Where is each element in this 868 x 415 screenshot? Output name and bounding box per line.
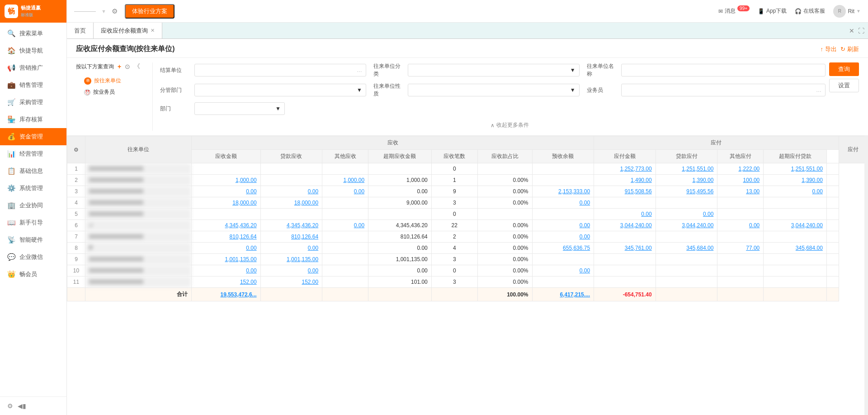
table-row: 8P0.000.000.0040.00%655,636.75345,761.00… [67,243,868,254]
tabbar-controls: ✕ ⛶ [845,23,868,38]
sidebar-item-corp[interactable]: 🏢 企业协同 [0,197,66,214]
page-container: 应收应付余额查询(按往来单位) ↑ 导出 ↻ 刷新 按以下方案查询 [67,39,868,415]
col-ar-ratio: 应收款占比 [477,150,532,163]
col-ar-other: 其他应收 [322,150,368,163]
scheme-by-staff[interactable]: ⏰ 按业务员 [80,86,148,98]
header-gear-icon[interactable]: ⚙ [112,7,118,15]
scheme-unit-icon: 单 [84,77,91,85]
tab-close-all-icon[interactable]: ✕ [849,27,854,34]
footer-ap-amount: -654,751.40 [594,288,656,301]
col-ap-other: 其他应付 [717,150,764,163]
col-ar-loan: 贷款应收 [260,150,322,163]
salesperson-input[interactable]: … [621,84,826,96]
col-settings-icon[interactable]: ⚙ [67,136,85,163]
basic-icon: 📋 [7,167,16,175]
scrollbar[interactable] [864,136,868,415]
table-row: 5XXXXXXXXXXXXXXX00.000.00 [67,209,868,220]
settle-unit-input[interactable]: … [194,64,366,76]
sidebar-item-purchase[interactable]: 🛒 采购管理 [0,94,66,111]
filter-add-button[interactable]: + [118,63,121,70]
row-unit: XXXXXXXXXXXXXXX [85,209,192,220]
salesperson-dots: … [816,87,821,93]
guide-icon: 📖 [7,219,16,227]
row-no: 11 [67,277,85,288]
user-info[interactable]: R Rit ▼ [833,5,861,18]
sidebar-logo: 畅 畅捷通赢 标准版 [0,0,66,23]
filter-config-button[interactable]: ⊙ [125,63,130,70]
tab-close-icon[interactable]: ✕ [151,28,155,33]
sidebar-item-wechat[interactable]: 💬 企业微信 [0,248,66,266]
app-download-button[interactable]: 📱 App下载 [758,7,787,15]
col-ap-overdue: 超期应付贷款 [764,150,827,163]
export-button[interactable]: ↑ 导出 [821,45,837,53]
scheme-by-unit[interactable]: 单 按往来单位 [80,75,148,86]
footer-ap-col16 [826,288,839,301]
footer-settings-btn[interactable]: ⚙ [7,402,13,410]
message-button[interactable]: ✉ 消息 99+ [718,7,750,15]
dept-dropdown[interactable]: ▼ [194,102,285,115]
filter-collapse-button[interactable]: 《 [134,62,140,71]
header-dropdown[interactable]: ▼ [101,9,106,14]
footer-ap-other [717,288,764,301]
header-right: ✉ 消息 99+ 📱 App下载 🎧 在线客服 R Rit ▼ [718,5,861,18]
sidebar-item-search[interactable]: 🔍 搜索菜单 [0,25,66,42]
footer-ap-overdue [764,288,827,301]
row-no: 2 [67,175,85,186]
footer-collapse-btn[interactable]: ◀▮ [18,402,26,410]
sidebar-item-member[interactable]: 👑 畅会员 [0,266,66,283]
row-no: 9 [67,254,85,265]
service-button[interactable]: 🎧 在线客服 [795,7,825,15]
footer-ar-prepay[interactable]: 6,417,215.... [532,288,594,301]
sidebar-item-system[interactable]: ⚙️ 系统管理 [0,180,66,197]
sidebar-item-sales[interactable]: 💼 销售管理 [0,76,66,94]
sidebar-item-inventory[interactable]: 🏪 库存核算 [0,111,66,128]
sidebar-nav: 🔍 搜索菜单 🏠 快捷导航 📢 营销推广 💼 销售管理 🛒 采购管理 🏪 库存核… [0,23,66,396]
table-row: 9XXXXXXXXXXXXXXX1,001,135.001,001,135.00… [67,254,868,265]
settings-button[interactable]: 设置 [829,79,859,92]
refresh-button[interactable]: ↻ 刷新 [840,45,859,53]
sidebar-item-marketing[interactable]: 📢 营销推广 [0,59,66,76]
unit-name-input[interactable] [621,64,826,76]
table-container[interactable]: ⚙ 往来单位 应收 应付 应付 应收金额 贷款应收 其他应收 超期应收金额 [67,136,868,301]
sidebar-item-guide[interactable]: 📖 新手引导 [0,214,66,231]
row-unit: XXXXXXXXXXXXXXX [85,163,192,175]
logo-badge: 标准版 [21,12,41,18]
table-footer-row: 合计 19,553,472,6... 100.00% 6,417,215....… [67,288,868,301]
management-icon: 📊 [7,150,16,158]
tab-arbalance[interactable]: 应收应付余额查询 ✕ [94,23,162,38]
sidebar-item-basic[interactable]: 📋 基础信息 [0,162,66,180]
table-row: 11XXXXXXXXXXXXXXX152.00152.00101.0030.00… [67,277,868,288]
logo-icon: 畅 [5,5,18,18]
sales-icon: 💼 [7,81,16,89]
unit-name-label: 往来单位名称 [587,62,614,78]
button-area: 查询 设置 [829,62,859,92]
row-unit: XXXXXXXXXXXXXXX [85,277,192,288]
member-icon: 👑 [7,270,16,278]
col-ap-amount: 应付金额 [594,150,656,163]
footer-ar-loan [260,288,322,301]
dept-manage-label: 分管部门 [160,86,187,94]
col-ar-overdue: 超期应收金额 [368,150,432,163]
sidebar-item-management[interactable]: 📊 经营管理 [0,145,66,162]
filter-section-header: 按以下方案查询 + ⊙ 《 [76,62,148,71]
sidebar-item-nav[interactable]: 🏠 快捷导航 [0,42,66,59]
tabbar: 首页 应收应付余额查询 ✕ ✕ ⛶ [67,23,868,39]
promo-button[interactable]: 体验行业方案 [125,4,175,19]
dept-manage-dropdown[interactable]: ▼ [194,84,366,96]
unit-category-dropdown[interactable]: ▼ [408,64,580,76]
row-no: 1 [67,163,85,175]
collapse-more-button[interactable]: ∧ 收起更多条件 [160,119,859,131]
unit-nature-dropdown[interactable]: ▼ [408,84,580,96]
row-unit: XXXXXXXXXXXXXXX [85,175,192,186]
tab-maximize-icon[interactable]: ⛶ [858,27,864,34]
sidebar-footer: ⚙ ◀▮ [0,396,66,415]
footer-ar-amount[interactable]: 19,553,472,6... [192,288,260,301]
sidebar-item-capital[interactable]: 💰 资金管理 [0,128,66,145]
table-row: 7XXXXXXXXXXXXXXX810,126.64810,126.64810,… [67,231,868,243]
query-button[interactable]: 查询 [829,62,859,76]
hardware-icon: 📡 [7,236,16,244]
filter-row-2: 分管部门 ▼ 往来单位性质 ▼ 业务员 [160,82,826,98]
row-no: 8 [67,243,85,254]
sidebar-item-hardware[interactable]: 📡 智能硬件 [0,231,66,248]
tab-home[interactable]: 首页 [67,23,94,38]
